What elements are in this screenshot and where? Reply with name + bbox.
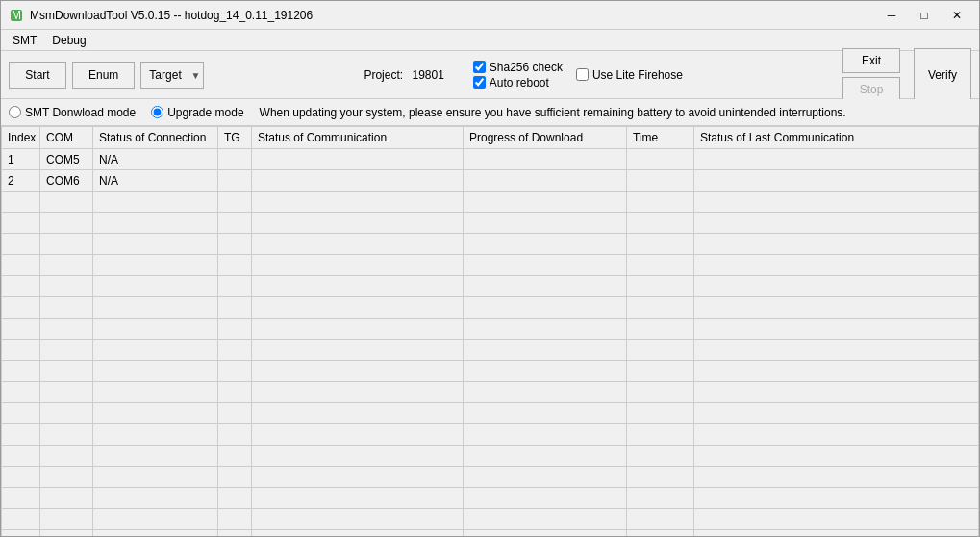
- exit-stop-area: Exit Stop: [842, 48, 900, 102]
- main-window: M MsmDownloadTool V5.0.15 -- hotdog_14_0…: [0, 0, 980, 537]
- upgrade-mode-radio[interactable]: [151, 106, 163, 118]
- close-button[interactable]: ✕: [942, 6, 971, 25]
- target-selector-wrapper: Target ▼: [140, 62, 204, 89]
- window-controls: ─ □ ✕: [877, 6, 971, 25]
- empty-table-row: [2, 340, 979, 361]
- exit-button[interactable]: Exit: [842, 48, 900, 73]
- autoreboot-label: Auto reboot: [490, 76, 549, 90]
- project-prefix: Project:: [364, 68, 403, 82]
- cell-progress: [464, 170, 627, 192]
- svg-text:M: M: [12, 9, 21, 22]
- table-body: 1 COM5 N/A 2 COM6 N/A: [2, 149, 979, 537]
- cell-time: [627, 149, 694, 170]
- autoreboot-row: Auto reboot: [473, 76, 563, 90]
- lite-label: Use Lite Firehose: [592, 68, 683, 82]
- target-select[interactable]: Target: [140, 62, 204, 89]
- window-title: MsmDownloadTool V5.0.15 -- hotdog_14_0.1…: [30, 9, 877, 22]
- header-progress: Progress of Download: [464, 127, 627, 149]
- sha256-row: Sha256 check: [473, 61, 563, 74]
- empty-table-row: [2, 467, 979, 488]
- toolbar: Start Enum Target ▼ Project: 19801 Sha25…: [1, 51, 979, 99]
- upgrade-mode-row: Upgrade mode: [151, 106, 243, 119]
- smt-mode-radio[interactable]: [9, 106, 21, 118]
- cell-last-communication: [694, 170, 979, 192]
- lite-firehose-row: Use Lite Firehose: [576, 68, 683, 82]
- project-label: Project: 19801: [364, 68, 443, 82]
- cell-last-communication: [694, 149, 979, 170]
- content-area: Index COM Status of Connection TG Status…: [1, 126, 979, 536]
- autoreboot-checkbox[interactable]: [473, 76, 486, 89]
- empty-table-row: [2, 297, 979, 319]
- cell-status-communication: [252, 170, 464, 192]
- cell-progress: [464, 149, 627, 170]
- warning-message: When updating your system, please ensure…: [260, 106, 846, 119]
- empty-table-row: [2, 319, 979, 340]
- cell-tg: [218, 149, 252, 170]
- header-status-communication: Status of Communication: [252, 127, 464, 149]
- sha256-checkbox[interactable]: [473, 61, 486, 73]
- header-status-connection: Status of Connection: [93, 127, 218, 149]
- minimize-button[interactable]: ─: [877, 6, 906, 25]
- table-row: 2 COM6 N/A: [2, 170, 979, 192]
- enum-button[interactable]: Enum: [72, 62, 135, 89]
- empty-table-row: [2, 361, 979, 382]
- lite-firehose-group: Use Lite Firehose: [576, 68, 683, 82]
- cell-status-connection: N/A: [93, 170, 218, 192]
- empty-table-row: [2, 276, 979, 297]
- start-button[interactable]: Start: [9, 62, 66, 89]
- verify-button[interactable]: Verify: [914, 48, 971, 102]
- cell-status-communication: [252, 149, 464, 170]
- cell-com: COM6: [40, 170, 93, 192]
- header-time: Time: [627, 127, 694, 149]
- menu-smt[interactable]: SMT: [5, 32, 44, 49]
- cell-com: COM5: [40, 149, 93, 170]
- menu-debug[interactable]: Debug: [44, 32, 93, 49]
- mode-bar: SMT Donwload mode Upgrade mode When upda…: [1, 99, 979, 126]
- header-last-communication: Status of Last Communication: [694, 127, 979, 149]
- table-header-row: Index COM Status of Connection TG Status…: [2, 127, 979, 149]
- empty-table-row: [2, 382, 979, 403]
- upgrade-mode-label: Upgrade mode: [167, 106, 243, 119]
- project-value: 19801: [412, 68, 443, 82]
- empty-table-row: [2, 488, 979, 509]
- empty-table-row: [2, 424, 979, 446]
- empty-table-row: [2, 446, 979, 467]
- header-tg: TG: [218, 127, 252, 149]
- header-index: Index: [2, 127, 40, 149]
- right-area: Exit Stop Verify: [842, 48, 971, 102]
- empty-table-row: [2, 234, 979, 255]
- menu-bar: SMT Debug: [1, 30, 979, 51]
- stop-button: Stop: [842, 77, 900, 102]
- smt-mode-row: SMT Donwload mode: [9, 106, 136, 119]
- smt-mode-label: SMT Donwload mode: [25, 106, 136, 119]
- cell-index: 1: [2, 149, 40, 170]
- empty-table-row: [2, 255, 979, 276]
- title-bar: M MsmDownloadTool V5.0.15 -- hotdog_14_0…: [1, 1, 979, 30]
- data-table: Index COM Status of Connection TG Status…: [1, 126, 979, 536]
- app-icon: M: [9, 8, 24, 23]
- maximize-button[interactable]: □: [910, 6, 939, 25]
- empty-table-row: [2, 530, 979, 537]
- empty-table-row: [2, 192, 979, 213]
- empty-table-row: [2, 213, 979, 234]
- sha256-label: Sha256 check: [490, 61, 563, 74]
- cell-status-connection: N/A: [93, 149, 218, 170]
- table-row: 1 COM5 N/A: [2, 149, 979, 170]
- empty-table-row: [2, 403, 979, 424]
- header-com: COM: [40, 127, 93, 149]
- cell-tg: [218, 170, 252, 192]
- lite-checkbox[interactable]: [576, 68, 589, 81]
- cell-index: 2: [2, 170, 40, 192]
- checkboxes-group: Sha256 check Auto reboot: [473, 61, 563, 90]
- table-container: Index COM Status of Connection TG Status…: [1, 126, 979, 536]
- empty-table-row: [2, 509, 979, 530]
- cell-time: [627, 170, 694, 192]
